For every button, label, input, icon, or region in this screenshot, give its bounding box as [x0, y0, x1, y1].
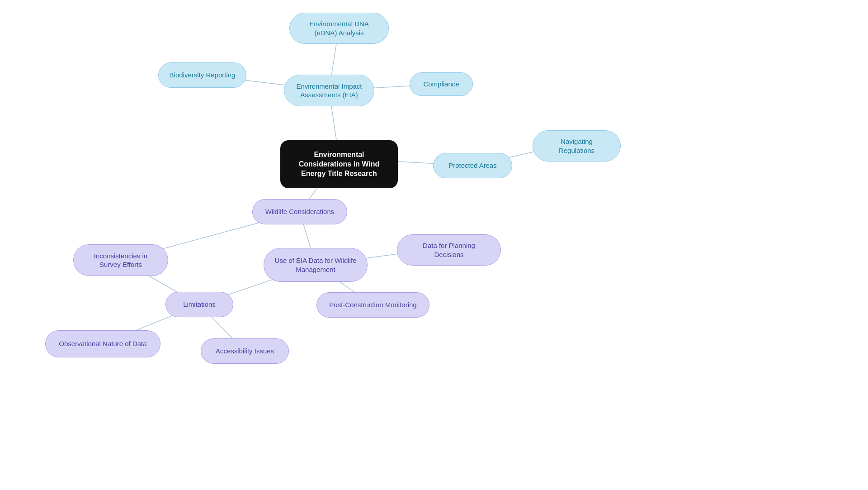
- node-edna[interactable]: Environmental DNA (eDNA) Analysis: [289, 13, 389, 44]
- node-post_construction[interactable]: Post-Construction Monitoring: [316, 292, 429, 318]
- node-observational[interactable]: Observational Nature of Data: [45, 330, 160, 357]
- node-use_eia[interactable]: Use of EIA Data for Wildlife Management: [264, 248, 368, 282]
- node-biodiversity[interactable]: Biodiversity Reporting: [158, 62, 246, 88]
- node-center[interactable]: Environmental Considerations in Wind Ene…: [280, 140, 398, 188]
- node-navigating[interactable]: Navigating Regulations: [533, 130, 621, 162]
- node-accessibility[interactable]: Accessibility Issues: [201, 338, 289, 364]
- mindmap-container: Environmental Considerations in Wind Ene…: [0, 0, 868, 490]
- node-protected[interactable]: Protected Areas: [433, 153, 512, 178]
- node-limitations[interactable]: Limitations: [165, 292, 233, 317]
- node-data_planning[interactable]: Data for Planning Decisions: [397, 234, 501, 266]
- node-compliance[interactable]: Compliance: [410, 72, 473, 96]
- node-inconsistencies[interactable]: Inconsistencies in Survey Efforts: [73, 244, 168, 276]
- node-wildlife[interactable]: Wildlife Considerations: [252, 199, 347, 224]
- node-eia[interactable]: Environmental Impact Assessments (EIA): [284, 75, 374, 106]
